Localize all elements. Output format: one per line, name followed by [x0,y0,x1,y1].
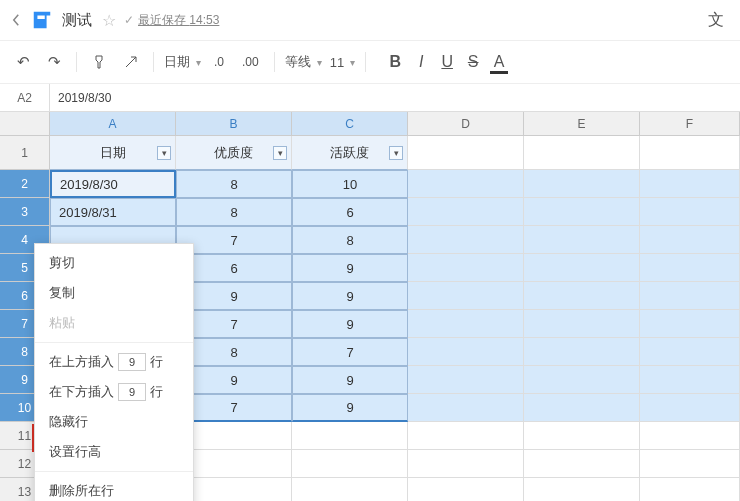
bold-button[interactable]: B [382,51,408,73]
cell-C7[interactable]: 9 [292,310,408,338]
cell-F10[interactable] [640,394,740,422]
cell-D8[interactable] [408,338,524,366]
cell-F13[interactable] [640,478,740,501]
cell-E7[interactable] [524,310,640,338]
cell-E12[interactable] [524,450,640,478]
col-header-F[interactable]: F [640,112,740,136]
col-header-D[interactable]: D [408,112,524,136]
underline-button[interactable]: U [434,51,460,73]
cell-C4[interactable]: 8 [292,226,408,254]
increase-decimal-button[interactable]: .00 [236,51,265,73]
redo-button[interactable]: ↷ [42,49,67,75]
row-header-2[interactable]: 2 [0,170,50,198]
cell-E2[interactable] [524,170,640,198]
cell-D2[interactable] [408,170,524,198]
cell-E5[interactable] [524,254,640,282]
cell-C13[interactable] [292,478,408,501]
cell-D1[interactable] [408,136,524,170]
cell-F7[interactable] [640,310,740,338]
cell-E11[interactable] [524,422,640,450]
ctx-insert-below[interactable]: 在下方插入 9 行 [35,377,193,407]
last-saved[interactable]: ✓ 最近保存 14:53 [124,12,219,29]
select-all-corner[interactable] [0,112,50,136]
clear-format-button[interactable] [118,51,144,73]
cell-D10[interactable] [408,394,524,422]
cell-E8[interactable] [524,338,640,366]
cell-F4[interactable] [640,226,740,254]
cell-B3[interactable]: 8 [176,198,292,226]
cell-F9[interactable] [640,366,740,394]
format-painter-button[interactable] [86,51,112,73]
row-header-1[interactable]: 1 [0,136,50,170]
cell-F2[interactable] [640,170,740,198]
italic-button[interactable]: I [408,51,434,73]
cell-D13[interactable] [408,478,524,501]
cell-C1[interactable]: 活跃度▾ [292,136,408,170]
cell-C8[interactable]: 7 [292,338,408,366]
name-box[interactable]: A2 [0,84,50,111]
cell-E3[interactable] [524,198,640,226]
col-header-C[interactable]: C [292,112,408,136]
undo-button[interactable]: ↶ [11,49,36,75]
cell-D5[interactable] [408,254,524,282]
cell-A3[interactable]: 2019/8/31 [50,198,176,226]
strike-button[interactable]: S [460,51,486,73]
ctx-delete-row[interactable]: 删除所在行 [35,476,193,501]
cell-C11[interactable] [292,422,408,450]
ctx-hide-row[interactable]: 隐藏行 [35,407,193,437]
cell-D12[interactable] [408,450,524,478]
cell-B1[interactable]: 优质度▾ [176,136,292,170]
cell-D11[interactable] [408,422,524,450]
cell-E9[interactable] [524,366,640,394]
star-icon[interactable]: ☆ [102,11,116,30]
cell-D9[interactable] [408,366,524,394]
row-header-3[interactable]: 3 [0,198,50,226]
insert-above-count[interactable]: 9 [118,353,146,371]
number-format-select[interactable]: 日期▾ [164,53,201,71]
cell-F5[interactable] [640,254,740,282]
cell-C5[interactable]: 9 [292,254,408,282]
formula-bar[interactable]: 2019/8/30 [50,91,740,105]
filter-dropdown-icon[interactable]: ▾ [157,146,171,160]
cell-C12[interactable] [292,450,408,478]
cell-D3[interactable] [408,198,524,226]
cell-C3[interactable]: 6 [292,198,408,226]
filter-dropdown-icon[interactable]: ▾ [273,146,287,160]
cell-F1[interactable] [640,136,740,170]
ctx-copy[interactable]: 复制 [35,278,193,308]
ctx-insert-above[interactable]: 在上方插入 9 行 [35,347,193,377]
ctx-cut[interactable]: 剪切 [35,248,193,278]
cell-E6[interactable] [524,282,640,310]
font-size-select[interactable]: 11▾ [330,55,355,70]
col-header-E[interactable]: E [524,112,640,136]
cell-F11[interactable] [640,422,740,450]
cell-D7[interactable] [408,310,524,338]
insert-below-count[interactable]: 9 [118,383,146,401]
chevron-left-icon[interactable] [8,12,24,28]
cell-E13[interactable] [524,478,640,501]
cell-D4[interactable] [408,226,524,254]
text-tool-icon[interactable]: 文 [708,10,732,31]
cell-C10[interactable]: 9 [292,394,408,422]
cell-F8[interactable] [640,338,740,366]
cell-F6[interactable] [640,282,740,310]
cell-C6[interactable]: 9 [292,282,408,310]
cell-C2[interactable]: 10 [292,170,408,198]
cell-C9[interactable]: 9 [292,366,408,394]
filter-dropdown-icon[interactable]: ▾ [389,146,403,160]
decrease-decimal-button[interactable]: .0 [208,51,230,73]
cell-A1[interactable]: 日期▾ [50,136,176,170]
font-family-select[interactable]: 等线▾ [285,53,322,71]
cell-F3[interactable] [640,198,740,226]
font-color-button[interactable]: A [486,51,512,73]
cell-B2[interactable]: 8 [176,170,292,198]
ctx-set-row-height[interactable]: 设置行高 [35,437,193,467]
cell-A2[interactable]: 2019/8/30 [50,170,176,198]
cell-F12[interactable] [640,450,740,478]
doc-title[interactable]: 测试 [62,11,92,30]
cell-E1[interactable] [524,136,640,170]
col-header-B[interactable]: B [176,112,292,136]
cell-E4[interactable] [524,226,640,254]
cell-D6[interactable] [408,282,524,310]
col-header-A[interactable]: A [50,112,176,136]
